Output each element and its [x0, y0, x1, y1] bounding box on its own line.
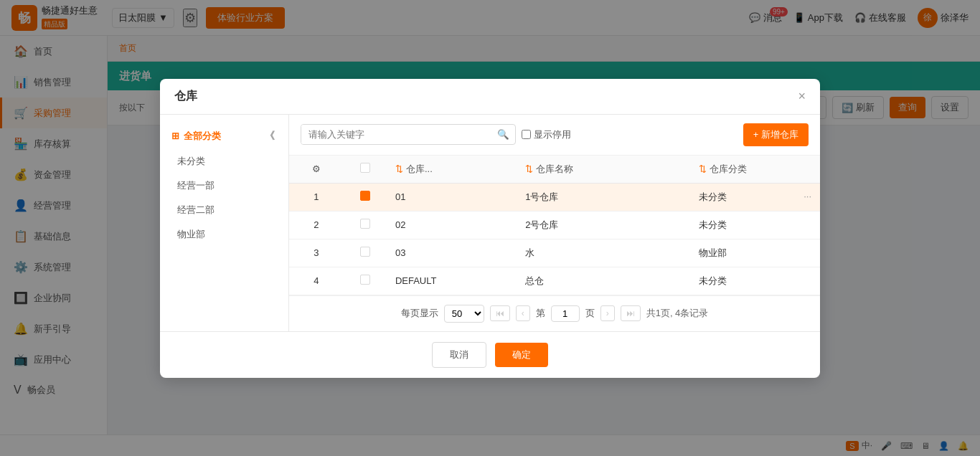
row-checkbox[interactable]	[360, 191, 370, 201]
first-page-button[interactable]: ⏮	[490, 305, 510, 321]
row-category: 物业部	[690, 239, 820, 267]
warehouse-modal: 仓库 × ⊞ 全部分类 《 未分类 经营一部 经营二部 物业部	[160, 79, 820, 378]
row-num: 3	[289, 239, 344, 267]
show-disabled-checkbox[interactable]	[522, 130, 531, 139]
next-page-button[interactable]: ›	[600, 305, 615, 321]
table-panel: 🔍 显示停用 + 新增仓库 ⚙	[289, 115, 820, 331]
row-checkbox[interactable]	[360, 219, 370, 229]
modal-footer: 取消 确定	[160, 331, 820, 378]
row-num: 4	[289, 267, 344, 295]
sort-icon: ⇅	[699, 163, 707, 174]
row-name: 水	[517, 239, 690, 267]
modal-body: ⊞ 全部分类 《 未分类 经营一部 经营二部 物业部 🔍	[160, 115, 820, 331]
modal-close-button[interactable]: ×	[798, 89, 806, 104]
grid-icon: ⊞	[171, 130, 179, 141]
add-warehouse-button[interactable]: + 新增仓库	[743, 123, 809, 146]
table-row[interactable]: 3 03 水 物业部	[289, 239, 820, 267]
table-row[interactable]: 1 01 1号仓库 未分类 ···	[289, 183, 820, 211]
category-item-ops1[interactable]: 经营一部	[160, 174, 288, 198]
show-disabled-label[interactable]: 显示停用	[522, 128, 571, 141]
category-panel: ⊞ 全部分类 《 未分类 经营一部 经营二部 物业部	[160, 115, 289, 331]
sort-icon: ⇅	[525, 163, 533, 174]
row-checkbox-cell	[344, 239, 387, 267]
row-name: 总仓	[517, 267, 690, 295]
page-num-label: 第	[536, 307, 545, 320]
table-row[interactable]: 4 DEFAULT 总仓 未分类	[289, 267, 820, 295]
search-button[interactable]: 🔍	[491, 125, 515, 144]
cancel-button[interactable]: 取消	[432, 342, 486, 368]
search-box: 🔍	[301, 124, 516, 145]
row-category: 未分类 ···	[690, 183, 820, 211]
total-info: 共1页, 4条记录	[646, 307, 709, 320]
category-item-property[interactable]: 物业部	[160, 222, 288, 247]
category-all-header[interactable]: ⊞ 全部分类 《	[160, 123, 288, 149]
gear-icon[interactable]: ⚙	[312, 163, 321, 174]
sort-icon: ⇅	[395, 163, 403, 174]
row-name: 1号仓库	[517, 183, 690, 211]
search-input[interactable]	[301, 125, 491, 144]
th-code: ⇅仓库...	[387, 156, 517, 184]
row-category: 未分类	[690, 267, 820, 295]
th-name: ⇅仓库名称	[517, 156, 690, 184]
page-number-input[interactable]	[551, 305, 580, 322]
row-checkbox-cell	[344, 183, 387, 211]
page-unit: 页	[585, 307, 595, 320]
page-size-label: 每页显示	[401, 307, 438, 320]
row-name: 2号仓库	[517, 211, 690, 239]
row-num: 1	[289, 183, 344, 211]
select-all-checkbox[interactable]	[360, 163, 370, 173]
category-item-ops2[interactable]: 经营二部	[160, 198, 288, 222]
table-header-row: ⚙ ⇅仓库... ⇅仓库名称	[289, 156, 820, 184]
page-size-select[interactable]: 50 100 200	[444, 305, 484, 323]
last-page-button[interactable]: ⏭	[621, 305, 641, 321]
modal-overlay[interactable]: 仓库 × ⊞ 全部分类 《 未分类 经营一部 经营二部 物业部	[0, 0, 980, 456]
row-checkbox[interactable]	[360, 247, 370, 257]
th-num: ⚙	[289, 156, 344, 184]
row-category: 未分类	[690, 211, 820, 239]
modal-title: 仓库	[174, 89, 197, 104]
confirm-button[interactable]: 确定	[495, 343, 548, 367]
row-ops-button[interactable]: ···	[804, 191, 811, 201]
pagination: 每页显示 50 100 200 ⏮ ‹ 第 页 › ⏭ 共1页, 4条记录	[289, 295, 820, 331]
warehouse-table: ⚙ ⇅仓库... ⇅仓库名称	[289, 156, 820, 295]
prev-page-button[interactable]: ‹	[516, 305, 530, 321]
data-table: ⚙ ⇅仓库... ⇅仓库名称	[289, 156, 820, 295]
row-code: 02	[387, 211, 517, 239]
modal-header: 仓库 ×	[160, 79, 820, 115]
row-code: 03	[387, 239, 517, 267]
row-num: 2	[289, 211, 344, 239]
collapse-icon[interactable]: 《	[263, 129, 277, 143]
row-checkbox[interactable]	[360, 275, 370, 285]
th-category: ⇅仓库分类	[690, 156, 820, 184]
row-checkbox-cell	[344, 267, 387, 295]
row-code: 01	[387, 183, 517, 211]
th-check	[344, 156, 387, 184]
table-toolbar: 🔍 显示停用 + 新增仓库	[289, 115, 820, 156]
row-code: DEFAULT	[387, 267, 517, 295]
category-item-unclassified[interactable]: 未分类	[160, 149, 288, 174]
row-checkbox-cell	[344, 211, 387, 239]
table-row[interactable]: 2 02 2号仓库 未分类	[289, 211, 820, 239]
